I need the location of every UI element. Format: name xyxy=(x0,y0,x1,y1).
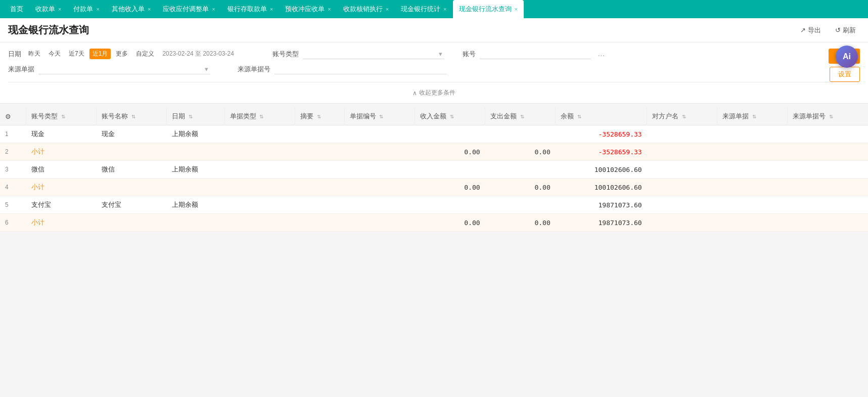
date-range-display: 2023-02-24 至 2023-03-24 xyxy=(162,50,234,58)
nav-other-income[interactable]: 其他收入单 × xyxy=(106,0,157,18)
sort-doc-type-icon: ⇅ xyxy=(259,114,263,119)
sort-doc-no-icon: ⇅ xyxy=(379,114,383,119)
collapse-button[interactable]: ∧ 收起更多条件 xyxy=(8,86,860,99)
sort-source-doc-no-icon: ⇅ xyxy=(829,114,833,119)
table-row[interactable]: 4小计0.000.00100102606.60 xyxy=(0,179,868,196)
close-receipt-icon[interactable]: × xyxy=(58,6,61,12)
nav-ar-ap-adjust[interactable]: 应收应付调整单 × xyxy=(157,0,221,18)
table-row[interactable]: 6小计0.000.0019871073.60 xyxy=(0,214,868,232)
account-type-select[interactable]: ▾ xyxy=(303,49,444,59)
nav-cash-bank-flow[interactable]: 现金银行流水查询 × xyxy=(453,0,524,18)
ai-assistant-button[interactable]: Ai xyxy=(836,46,858,68)
close-payment-icon[interactable]: × xyxy=(96,6,99,12)
th-source-doc-no[interactable]: 来源单据号 ⇅ xyxy=(788,108,868,125)
nav-home[interactable]: 首页 xyxy=(4,0,29,18)
header-actions: ↗ 导出 ↺ 刷新 xyxy=(796,24,860,37)
th-date[interactable]: 日期 ⇅ xyxy=(167,108,224,125)
th-doc-type[interactable]: 单据类型 ⇅ xyxy=(224,108,295,125)
sort-expense-icon: ⇅ xyxy=(520,114,524,119)
account-type-chevron-icon: ▾ xyxy=(439,50,442,58)
date-btn-custom[interactable]: 自定义 xyxy=(133,49,157,59)
date-btn-yesterday[interactable]: 昨天 xyxy=(25,49,43,59)
filter-row-1: 日期 昨天 今天 近7天 近1月 更多 自定义 2023-02-24 至 202… xyxy=(8,49,818,59)
sort-source-doc-icon: ⇅ xyxy=(752,114,756,119)
nav-payment[interactable]: 付款单 × xyxy=(67,0,105,18)
export-icon: ↗ xyxy=(800,26,806,34)
filter-row-2: 来源单据 ▾ 来源单据号 xyxy=(8,64,818,74)
source-doc-num-input[interactable] xyxy=(275,64,446,74)
page-title: 现金银行流水查询 xyxy=(8,23,89,37)
account-type-filter-group: 账号类型 ▾ xyxy=(272,49,444,59)
sort-counterparty-icon: ⇅ xyxy=(682,114,686,119)
data-table: ⚙ 账号类型 ⇅ 账号名称 ⇅ 日期 ⇅ 单据类型 ⇅ xyxy=(0,108,868,232)
table-row[interactable]: 1现金现金上期余额-3528659.33 xyxy=(0,125,868,143)
refresh-icon: ↺ xyxy=(835,26,841,34)
account-type-label: 账号类型 xyxy=(272,50,299,59)
table-header-row: ⚙ 账号类型 ⇅ 账号名称 ⇅ 日期 ⇅ 单据类型 ⇅ xyxy=(0,108,868,125)
th-counterparty[interactable]: 对方户名 ⇅ xyxy=(647,108,717,125)
nav-collection-exec[interactable]: 收款核销执行 × xyxy=(337,0,395,18)
sort-summary-icon: ⇅ xyxy=(317,114,321,119)
date-shortcuts: 昨天 今天 近7天 近1月 更多 自定义 xyxy=(25,49,157,59)
source-doc-filter-group: 来源单据 ▾ xyxy=(8,64,210,74)
date-label: 日期 xyxy=(8,50,21,59)
account-label: 账号 xyxy=(463,50,476,59)
close-flow-icon[interactable]: × xyxy=(515,6,518,12)
date-btn-7days[interactable]: 近7天 xyxy=(66,49,87,59)
table-row[interactable]: 5支付宝支付宝上期余额19871073.60 xyxy=(0,196,868,214)
th-income[interactable]: 收入金额 ⇅ xyxy=(415,108,485,125)
export-button[interactable]: ↗ 导出 xyxy=(796,24,825,37)
filter-area: 日期 昨天 今天 近7天 近1月 更多 自定义 2023-02-24 至 202… xyxy=(0,42,868,104)
source-doc-label: 来源单据 xyxy=(8,65,34,74)
sort-balance-icon: ⇅ xyxy=(577,114,581,119)
account-input[interactable] xyxy=(480,49,591,59)
close-collection-icon[interactable]: × xyxy=(386,6,389,12)
th-account-type[interactable]: 账号类型 ⇅ xyxy=(26,108,97,125)
nav-advance-receipt[interactable]: 预收冲应收单 × xyxy=(279,0,337,18)
gear-icon: ⚙ xyxy=(5,113,11,120)
table-area: ⚙ 账号类型 ⇅ 账号名称 ⇅ 日期 ⇅ 单据类型 ⇅ xyxy=(0,108,868,232)
source-doc-select[interactable]: ▾ xyxy=(38,64,210,74)
sort-date-icon: ⇅ xyxy=(189,114,193,119)
sort-income-icon: ⇅ xyxy=(450,114,454,119)
top-nav: 首页 收款单 × 付款单 × 其他收入单 × 应收应付调整单 × 银行存取款单 … xyxy=(0,0,868,18)
account-filter-group: 账号 ... xyxy=(463,49,608,59)
th-summary[interactable]: 摘要 ⇅ xyxy=(295,108,344,125)
th-source-doc[interactable]: 来源单据 ⇅ xyxy=(717,108,788,125)
collapse-bar: ∧ 收起更多条件 xyxy=(8,82,860,99)
close-stats-icon[interactable]: × xyxy=(443,6,446,12)
th-doc-no[interactable]: 单据编号 ⇅ xyxy=(344,108,415,125)
close-other-income-icon[interactable]: × xyxy=(148,6,151,12)
date-btn-today[interactable]: 今天 xyxy=(45,49,64,59)
table-row[interactable]: 2小计0.000.00-3528659.33 xyxy=(0,143,868,161)
account-dots[interactable]: ... xyxy=(595,49,608,59)
table-row[interactable]: 3微信微信上期余额100102606.60 xyxy=(0,161,868,179)
th-balance[interactable]: 余额 ⇅ xyxy=(556,108,647,125)
th-gear[interactable]: ⚙ xyxy=(0,108,26,125)
sort-account-type-icon: ⇅ xyxy=(61,114,65,119)
source-doc-num-filter-group: 来源单据号 xyxy=(238,64,446,74)
date-btn-1month[interactable]: 近1月 xyxy=(89,49,111,59)
date-btn-more[interactable]: 更多 xyxy=(113,49,131,59)
refresh-button[interactable]: ↺ 刷新 xyxy=(831,24,860,37)
th-account-name[interactable]: 账号名称 ⇅ xyxy=(97,108,167,125)
th-expense[interactable]: 支出金额 ⇅ xyxy=(485,108,556,125)
source-doc-num-label: 来源单据号 xyxy=(238,65,270,74)
page-header: 现金银行流水查询 ↗ 导出 ↺ 刷新 xyxy=(0,18,868,42)
collapse-chevron-icon: ∧ xyxy=(413,90,417,97)
date-filter-group: 日期 昨天 今天 近7天 近1月 更多 自定义 2023-02-24 至 202… xyxy=(8,49,234,59)
nav-bank-deposit[interactable]: 银行存取款单 × xyxy=(221,0,279,18)
close-bank-deposit-icon[interactable]: × xyxy=(270,6,273,12)
close-advance-receipt-icon[interactable]: × xyxy=(328,6,331,12)
settings-button[interactable]: 设置 xyxy=(830,67,860,82)
sort-account-name-icon: ⇅ xyxy=(131,114,135,119)
close-ar-ap-icon[interactable]: × xyxy=(212,6,215,12)
source-doc-chevron-icon: ▾ xyxy=(205,65,208,73)
nav-receipt[interactable]: 收款单 × xyxy=(29,0,67,18)
nav-cash-bank-stats[interactable]: 现金银行统计 × xyxy=(395,0,452,18)
